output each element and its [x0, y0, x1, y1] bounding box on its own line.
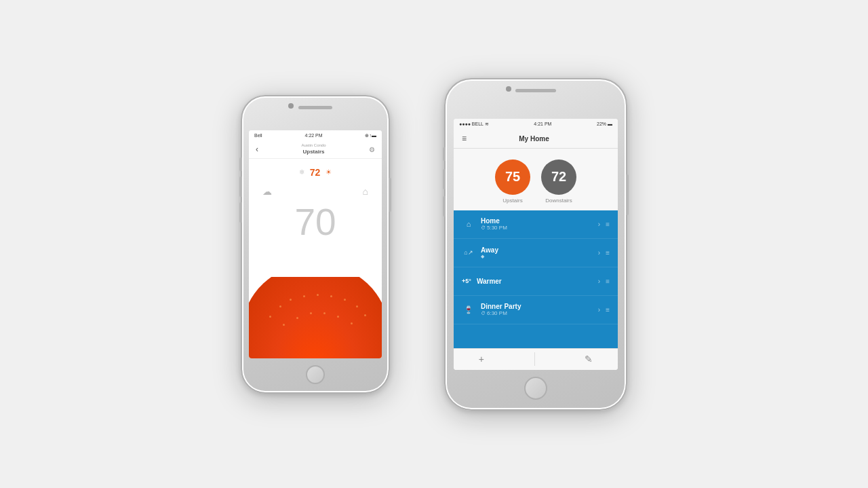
home-icon[interactable]: ⌂ [363, 186, 368, 197]
dinner-scene-name: Dinner Party [481, 303, 598, 310]
camera-1 [288, 103, 294, 109]
home-scene-name: Home [481, 217, 598, 225]
dot [310, 312, 312, 314]
power-btn-2[interactable] [626, 174, 629, 215]
dot [296, 317, 298, 319]
scene-dinner[interactable]: 🍷 Dinner Party ⏱ 6:30 PM › ≡ [454, 296, 618, 324]
zone-circles: 75 Upstairs 72 Downstairs [454, 149, 618, 210]
home-title: My Home [519, 135, 549, 143]
current-temp: 70 [294, 204, 336, 241]
away-scene-arrow: › [598, 249, 600, 257]
target-temp: 72 [310, 167, 321, 178]
dot [344, 299, 346, 301]
cool-icon: ❄ [299, 168, 304, 176]
settings-icon[interactable]: ⚙ [369, 146, 375, 153]
heat-icon: ☀ [326, 168, 332, 176]
away-scene-name: Away [481, 246, 598, 254]
home-scene-time: ⏱ 5:30 PM [481, 225, 598, 231]
time-2: 4:21 PM [534, 121, 551, 126]
dot [351, 322, 353, 324]
home-button-2[interactable] [524, 377, 547, 400]
dinner-scene-menu[interactable]: ≡ [606, 306, 610, 314]
time-1: 4:22 PM [305, 133, 323, 138]
dot [356, 305, 358, 307]
dot [283, 324, 285, 326]
power-btn[interactable] [389, 178, 391, 212]
temp-controls: ❄ 72 ☀ [299, 159, 332, 181]
home-scene-menu[interactable]: ≡ [606, 221, 610, 228]
dot [330, 295, 332, 297]
away-scene-menu[interactable]: ≡ [606, 249, 610, 257]
phone-2: ●●●● BELL ≋ 4:21 PM 22% ▬ ≡ My Home 75 U… [444, 78, 627, 411]
dot [317, 294, 319, 296]
dial-arc [249, 277, 382, 358]
upstairs-label: Upstairs [502, 198, 522, 204]
warmer-scene-menu[interactable]: ≡ [606, 278, 610, 285]
vol-down-btn[interactable] [239, 202, 242, 223]
dinner-scene-info: Dinner Party ⏱ 6:30 PM [481, 303, 598, 316]
nav-title-1: Austin Condo Upstairs [301, 143, 326, 155]
cloud-icon[interactable]: ☁ [262, 186, 272, 197]
dot [290, 299, 292, 301]
home-button-1[interactable] [306, 365, 325, 384]
phone-screen-1: Bell 4:22 PM ⊕↑▬ ‹ Austin Condo Upstairs… [249, 130, 382, 358]
scene-away[interactable]: ⌂↗ Away ◆ › ≡ [454, 239, 618, 267]
warmer-badge: +5° [462, 278, 471, 284]
vol-up-btn[interactable] [239, 176, 242, 197]
menu-icon[interactable]: ≡ [462, 134, 467, 143]
vol-up-btn-2[interactable] [443, 169, 446, 189]
speaker-1 [298, 106, 332, 109]
home-scene-info: Home ⏱ 5:30 PM [481, 217, 598, 231]
away-scene-icon: ⌂↗ [462, 249, 475, 256]
dot [279, 305, 281, 307]
away-scene-info: Away ◆ [481, 246, 598, 259]
dot [323, 312, 326, 314]
nav-bar-1: ‹ Austin Condo Upstairs ⚙ [249, 141, 382, 159]
status-bar-1: Bell 4:22 PM ⊕↑▬ [249, 130, 382, 141]
carrier-1: Bell [254, 133, 262, 138]
scene-list: ⌂ Home ⏱ 5:30 PM › ≡ ⌂↗ Away ◆ [454, 210, 618, 348]
home-scene-icon: ⌂ [462, 220, 475, 228]
thermostat-mode-row: ☁ ⌂ [249, 181, 382, 202]
edit-button[interactable]: ✎ [585, 354, 593, 364]
phone-1: Bell 4:22 PM ⊕↑▬ ‹ Austin Condo Upstairs… [241, 95, 390, 394]
upstairs-badge: 75 [495, 159, 530, 195]
camera-2 [506, 86, 511, 92]
dinner-scene-time: ⏱ 6:30 PM [481, 310, 598, 316]
thermostat-dial [249, 277, 382, 358]
nav-room: Upstairs [301, 149, 326, 155]
dot [337, 316, 339, 318]
scene-home[interactable]: ⌂ Home ⏱ 5:30 PM › ≡ [454, 210, 618, 239]
home-scene-arrow: › [598, 221, 600, 228]
dot [364, 314, 366, 316]
battery-2: 22% ▬ [597, 121, 612, 126]
zone-upstairs[interactable]: 75 Upstairs [495, 159, 530, 204]
warmer-scene-arrow: › [598, 278, 600, 285]
away-scene-sub: ◆ [481, 254, 598, 259]
zone-downstairs[interactable]: 72 Downstairs [541, 159, 576, 204]
nav-bar-2: ≡ My Home [454, 130, 618, 149]
back-button-1[interactable]: ‹ [256, 145, 258, 154]
speaker-2 [515, 89, 556, 92]
downstairs-label: Downstairs [545, 198, 572, 204]
dinner-scene-arrow: › [598, 306, 600, 314]
add-button[interactable]: + [479, 354, 484, 364]
warmer-scene-info: Warmer [477, 278, 598, 285]
bottom-toolbar: + ✎ [454, 348, 618, 370]
status-bar-2: ●●●● BELL ≋ 4:21 PM 22% ▬ [454, 119, 618, 130]
phone-screen-2: ●●●● BELL ≋ 4:21 PM 22% ▬ ≡ My Home 75 U… [454, 119, 618, 370]
downstairs-badge: 72 [541, 159, 576, 195]
thermostat-body: ❄ 72 ☀ ☁ ⌂ 70 [249, 159, 382, 358]
status-icons-1: ⊕↑▬ [365, 133, 376, 138]
mute-btn-2[interactable] [443, 147, 446, 161]
toolbar-divider [534, 352, 535, 366]
dot [303, 295, 305, 297]
dinner-scene-icon: 🍷 [462, 305, 475, 314]
mute-btn[interactable] [239, 157, 242, 171]
nav-location: Austin Condo [301, 143, 326, 149]
carrier-2: ●●●● BELL ≋ [459, 121, 489, 127]
vol-down-btn-2[interactable] [443, 196, 446, 217]
warmer-scene-name: Warmer [477, 278, 598, 285]
dot [269, 316, 271, 318]
scene-warmer[interactable]: +5° Warmer › ≡ [454, 267, 618, 296]
